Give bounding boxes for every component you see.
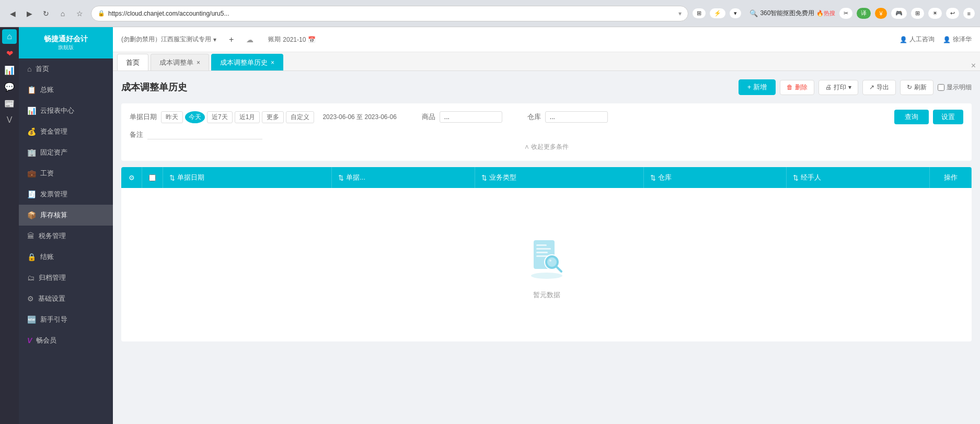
rail-icon-1[interactable]: ❤	[2, 46, 17, 61]
today-btn[interactable]: 今天	[185, 111, 205, 123]
th-warehouse[interactable]: ⇅ 仓库	[644, 167, 787, 188]
rail-icon-4[interactable]: 📰	[2, 96, 17, 111]
sidebar-item-ledger[interactable]: 📋 总账	[19, 79, 113, 100]
undo-tool[interactable]: ↩	[946, 8, 959, 19]
print-button[interactable]: 🖨 打印 ▾	[818, 80, 858, 95]
warehouse-select[interactable]: ...	[545, 111, 608, 123]
warehouse-filter-label: 仓库	[527, 112, 541, 122]
grid-button[interactable]: ⊞	[693, 8, 706, 18]
close-window-button[interactable]: ×	[971, 61, 976, 70]
goods-filter-item: 商品 ...	[422, 111, 502, 123]
last-month-btn[interactable]: 近1月	[235, 111, 260, 123]
company-selector[interactable]: (勿删勿禁用）江西服宝测试专用 ▾	[121, 35, 216, 44]
sidebar-label-close: 结账	[40, 252, 54, 262]
tab-cost-adj-close[interactable]: ×	[197, 59, 200, 66]
table-header: ⚙ ⇅ 单据日期 ⇅ 单据... ⇅ 业务类型	[121, 167, 972, 188]
show-detail-option[interactable]: 显示明细	[938, 83, 972, 92]
th-settings[interactable]: ⚙	[121, 167, 142, 188]
tab-bar: 首页 成本调整单 × 成本调整单历史 × ×	[113, 52, 980, 71]
sidebar-item-guide[interactable]: 🆕 新手引导	[19, 309, 113, 330]
game-tool[interactable]: 🎮	[891, 8, 907, 19]
wallet-tool[interactable]: ¥	[875, 8, 886, 19]
user-button[interactable]: 👤 徐泽华	[943, 35, 972, 44]
sidebar-item-close[interactable]: 🔒 结账	[19, 246, 113, 267]
consult-button[interactable]: 👤 人工咨询	[900, 35, 935, 44]
forward-button[interactable]: ▶	[22, 6, 37, 21]
tab-cost-adj-history[interactable]: 成本调整单历史 ×	[211, 54, 283, 70]
last7-btn[interactable]: 近7天	[207, 111, 233, 123]
funds-icon: 💰	[27, 127, 36, 136]
add-tab-button[interactable]: +	[223, 32, 240, 47]
back-button[interactable]: ◀	[5, 6, 20, 21]
tab-cost-adj-history-close[interactable]: ×	[271, 59, 274, 66]
th-date-label: 单据日期	[177, 173, 204, 182]
nav-buttons: ◀ ▶ ↻ ⌂ ☆	[5, 6, 87, 21]
sidebar-item-home[interactable]: ⌂ 首页	[19, 58, 113, 79]
sidebar-item-member[interactable]: V 畅会员	[19, 330, 113, 351]
delete-label: 删除	[795, 83, 808, 92]
username-label: 徐泽华	[953, 35, 972, 44]
th-biz-type[interactable]: ⇅ 业务类型	[475, 167, 644, 188]
sidebar-item-inventory[interactable]: 📦 库存核算	[19, 205, 113, 226]
new-button[interactable]: + 新增	[739, 79, 776, 95]
refresh-button[interactable]: ↻ 刷新	[900, 80, 933, 95]
th-doc-num[interactable]: ⇅ 单据...	[332, 167, 475, 188]
show-detail-checkbox[interactable]	[938, 84, 944, 91]
scissors-tool[interactable]: ✂	[839, 8, 852, 19]
sidebar-item-fixed[interactable]: 🏢 固定资产	[19, 142, 113, 163]
th-warehouse-label: 仓库	[658, 173, 672, 182]
rail-icon-5[interactable]: V	[2, 113, 17, 127]
goods-select[interactable]: ...	[440, 111, 502, 123]
filter-section: 单据日期 昨天 今天 近7天 近1月 更多 自定义 2023-06-06 至	[121, 103, 972, 161]
svg-rect-3	[536, 248, 551, 250]
menu-tool[interactable]: ≡	[963, 8, 975, 19]
translate-tool[interactable]: 译	[857, 8, 871, 19]
search-text: 360智能抠图免费用	[760, 9, 814, 18]
brightness-tool[interactable]: ☀	[928, 8, 942, 19]
lightning-button[interactable]: ⚡	[710, 8, 725, 18]
more-btn[interactable]: 更多	[262, 111, 284, 123]
member-icon: V	[27, 336, 32, 345]
apps-tool[interactable]: ⊞	[911, 8, 924, 19]
sidebar-item-tax[interactable]: 🏛 税务管理	[19, 226, 113, 246]
expand-button[interactable]: ▾	[730, 8, 741, 18]
th-checkbox[interactable]	[142, 167, 163, 188]
th-operator[interactable]: ⇅ 经手人	[787, 167, 930, 188]
star-button[interactable]: ☆	[72, 6, 87, 21]
rail-icon-2[interactable]: 📊	[2, 63, 17, 77]
custom-btn[interactable]: 自定义	[286, 111, 314, 123]
lock-icon: 🔒	[98, 10, 105, 17]
tab-cost-adj-history-label: 成本调整单历史	[220, 58, 268, 67]
empty-state: 暂元数据	[121, 188, 972, 341]
export-button[interactable]: ↗ 导出	[862, 80, 896, 95]
date-range: 2023-06-06 至 2023-06-06	[322, 113, 396, 122]
collapse-bar[interactable]: ∧ 收起更多条件	[130, 139, 963, 155]
settings-filter-button[interactable]: 设置	[933, 110, 963, 124]
remark-input[interactable]	[147, 129, 262, 139]
select-all-checkbox[interactable]	[149, 174, 156, 181]
query-button[interactable]: 查询	[894, 110, 929, 124]
top-bar: (勿删勿禁用）江西服宝测试专用 ▾ + ☁ 账期 2021-10 📅 👤 人工咨…	[113, 27, 980, 52]
sidebar-item-archive[interactable]: 🗂 归档管理	[19, 267, 113, 288]
sidebar-item-invoice[interactable]: 🧾 发票管理	[19, 184, 113, 205]
tab-cost-adj[interactable]: 成本调整单 ×	[151, 54, 209, 70]
url-text: https://cloud.chanjet.com/accounting/uru…	[108, 10, 229, 17]
rail-home[interactable]: ⌂	[2, 29, 17, 44]
refresh-button[interactable]: ↻	[39, 6, 53, 21]
sidebar-item-funds[interactable]: 💰 资金管理	[19, 121, 113, 142]
sidebar-label-fixed: 固定资产	[40, 148, 67, 157]
rail-icon-3[interactable]: 💬	[2, 79, 17, 94]
archive-icon: 🗂	[27, 274, 34, 282]
sidebar-item-settings[interactable]: ⚙ 基础设置	[19, 288, 113, 309]
home-button[interactable]: ⌂	[55, 6, 70, 21]
address-bar[interactable]: 🔒 https://cloud.chanjet.com/accounting/u…	[91, 6, 688, 21]
refresh-icon: ↻	[907, 84, 912, 91]
th-date[interactable]: ⇅ 单据日期	[163, 167, 332, 188]
sidebar-item-salary[interactable]: 💼 工资	[19, 163, 113, 184]
delete-button[interactable]: 🗑 删除	[780, 80, 814, 95]
sidebar-item-reports[interactable]: 📊 云报表中心	[19, 100, 113, 121]
tax-icon: 🏛	[27, 232, 34, 240]
tab-home[interactable]: 首页	[117, 54, 148, 70]
search-bar[interactable]: 🔍 360智能抠图免费用 🔥热搜	[750, 9, 835, 18]
yesterday-btn[interactable]: 昨天	[161, 111, 183, 123]
